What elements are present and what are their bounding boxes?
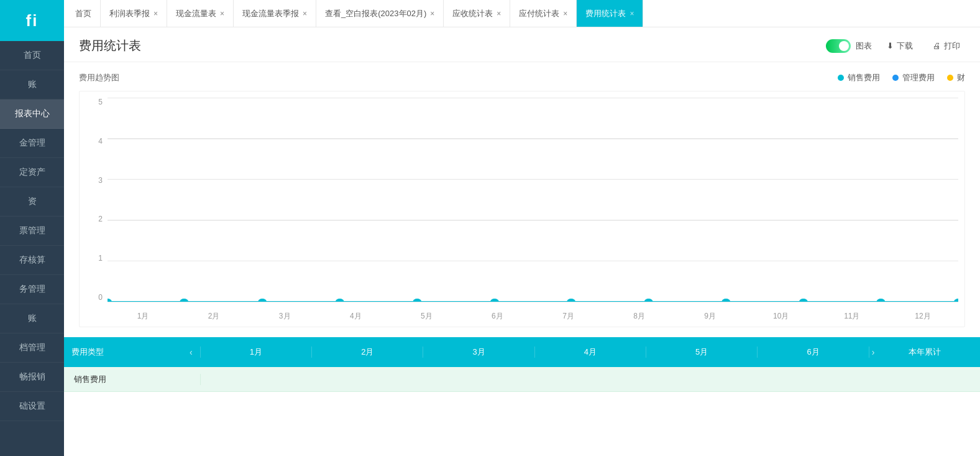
legend-sales: 销售费用: [838, 72, 880, 83]
chart-container: 5 4 3 2 1 0: [79, 91, 965, 327]
chart-y-axis: 5 4 3 2 1 0: [80, 98, 108, 302]
sidebar-item-home[interactable]: 首页: [0, 41, 64, 70]
x-label-2: 2月: [178, 311, 249, 322]
th-ytd: › 本年累计: [869, 347, 980, 358]
chart-title: 费用趋势图: [79, 72, 119, 83]
page-header: 费用统计表 图表 ⬇ 下载 🖨 打印: [64, 27, 980, 62]
th-m5: 5月: [646, 347, 758, 358]
x-label-6: 6月: [462, 311, 533, 322]
x-label-12: 12月: [887, 311, 958, 322]
tab-close-payable[interactable]: ×: [563, 9, 567, 18]
sidebar-item-settings[interactable]: 础设置: [0, 392, 64, 421]
svg-point-9: [336, 299, 344, 302]
chart-x-axis: 1月 2月 3月 4月 5月 6月 7月 8月 9月 10月 11月 12月: [108, 311, 958, 322]
chart-toggle[interactable]: [826, 39, 851, 53]
x-label-9: 9月: [675, 311, 746, 322]
sidebar-item-accounts[interactable]: 账: [0, 70, 64, 100]
legend-dot-admin: [892, 75, 899, 81]
tab-receivable[interactable]: 应收统计表 ×: [444, 0, 510, 27]
tab-close-receivable[interactable]: ×: [497, 9, 501, 18]
x-label-7: 7月: [533, 311, 603, 322]
sidebar-item-reports[interactable]: 报表中心: [0, 100, 64, 129]
x-label-4: 4月: [320, 311, 391, 322]
x-label-3: 3月: [249, 311, 320, 322]
svg-point-10: [413, 299, 421, 302]
chart-section: 费用趋势图 销售费用 管理费用 财: [64, 62, 980, 337]
td-type-0: 销售费用: [64, 374, 201, 385]
sidebar-item-expenses[interactable]: 畅报销: [0, 363, 64, 392]
print-icon: 🖨: [933, 41, 941, 50]
main-area: 首页 利润表季报 × 现金流量表 × 现金流量表季报 × 查看_空白报表(202…: [64, 0, 980, 456]
tab-cashflow[interactable]: 现金流量表 ×: [167, 0, 234, 27]
sidebar-item-assets[interactable]: 定资产: [0, 158, 64, 187]
legend-admin: 管理费用: [892, 72, 935, 83]
sidebar: fi 首页 账 报表中心 金管理 定资产 资 票管理 存核算 务管理 账: [0, 0, 64, 456]
th-m1: 1月: [201, 347, 312, 358]
svg-point-17: [954, 299, 958, 302]
legend-finance: 财: [947, 72, 965, 83]
table-row: 销售费用: [64, 367, 980, 392]
tab-close-expense-stats[interactable]: ×: [630, 9, 634, 18]
th-m4: 4月: [535, 347, 646, 358]
x-label-10: 10月: [746, 311, 817, 322]
th-type: 费用类型 ‹: [64, 347, 201, 358]
x-label-11: 11月: [817, 311, 887, 322]
chart-header: 费用趋势图 销售费用 管理费用 财: [79, 72, 965, 83]
tab-close-cashflow-season[interactable]: ×: [303, 9, 307, 18]
sidebar-item-inventory[interactable]: 存核算: [0, 246, 64, 275]
table-section: 费用类型 ‹ 1月 2月 3月 4月: [64, 337, 980, 456]
svg-point-6: [108, 299, 112, 302]
next-month-arrow[interactable]: ›: [872, 347, 875, 357]
th-m2: 2月: [312, 347, 423, 358]
th-m3: 3月: [423, 347, 534, 358]
svg-point-13: [644, 299, 653, 302]
page-content: 费用统计表 图表 ⬇ 下载 🖨 打印: [64, 27, 980, 456]
chart-toggle-container: 图表: [826, 39, 872, 53]
app-logo: fi: [0, 0, 64, 41]
tab-bar: 首页 利润表季报 × 现金流量表 × 现金流量表季报 × 查看_空白报表(202…: [64, 0, 980, 27]
tab-payable[interactable]: 应付统计表 ×: [510, 0, 577, 27]
svg-point-11: [490, 299, 499, 302]
sidebar-item-archives[interactable]: 档管理: [0, 333, 64, 363]
sidebar-item-ledger[interactable]: 账: [0, 304, 64, 333]
header-actions: 图表 ⬇ 下载 🖨 打印: [826, 38, 965, 54]
x-label-8: 8月: [604, 311, 675, 322]
prev-month-arrow[interactable]: ‹: [190, 347, 193, 357]
chart-svg: [108, 98, 958, 302]
x-label-5: 5月: [391, 311, 462, 322]
tab-expense-stats[interactable]: 费用统计表 ×: [577, 0, 643, 27]
svg-point-12: [567, 299, 575, 302]
page-title: 费用统计表: [79, 37, 141, 54]
th-m6: 6月: [758, 347, 869, 358]
sidebar-item-service[interactable]: 务管理: [0, 275, 64, 304]
tab-close-cashflow[interactable]: ×: [220, 9, 224, 18]
tab-home[interactable]: 首页: [66, 0, 101, 27]
svg-point-14: [721, 299, 730, 302]
svg-point-8: [258, 299, 267, 302]
tab-cashflow-season[interactable]: 现金流量表季报 ×: [234, 0, 316, 27]
sidebar-item-capital[interactable]: 资: [0, 187, 64, 216]
legend-dot-finance: [947, 75, 953, 81]
download-icon: ⬇: [887, 41, 894, 50]
svg-point-16: [877, 299, 886, 302]
download-button[interactable]: ⬇ 下载: [882, 38, 918, 54]
print-button[interactable]: 🖨 打印: [928, 38, 965, 54]
tab-close-blank-report[interactable]: ×: [430, 9, 434, 18]
x-label-1: 1月: [108, 311, 178, 322]
sidebar-item-funds[interactable]: 金管理: [0, 129, 64, 158]
tab-profit[interactable]: 利润表季报 ×: [101, 0, 167, 27]
sidebar-item-invoice[interactable]: 票管理: [0, 216, 64, 246]
chart-legend: 销售费用 管理费用 财: [838, 72, 965, 83]
legend-dot-sales: [838, 75, 844, 81]
svg-point-15: [799, 299, 808, 302]
svg-point-7: [180, 299, 188, 302]
chart-toggle-label: 图表: [856, 40, 872, 52]
tab-close-profit[interactable]: ×: [153, 9, 158, 18]
table-header: 费用类型 ‹ 1月 2月 3月 4月: [64, 337, 980, 367]
tab-blank-report[interactable]: 查看_空白报表(2023年02月) ×: [316, 0, 444, 27]
